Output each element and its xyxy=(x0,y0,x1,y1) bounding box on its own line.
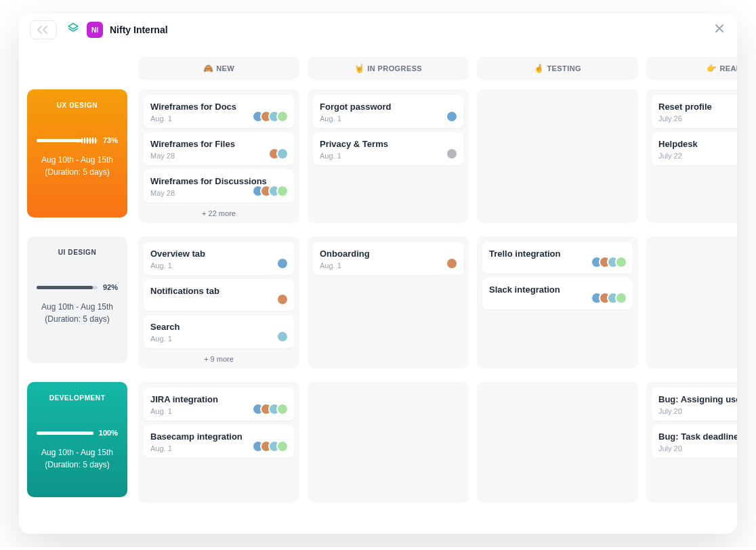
swimlane-title: DEVELOPMENT xyxy=(49,394,106,402)
progress-bar xyxy=(37,139,98,142)
progress-row: 73% xyxy=(37,136,118,144)
board-cell: Reset profile July 26 Helpdesk July 22 xyxy=(646,89,737,223)
assignees xyxy=(276,331,289,343)
task-card[interactable]: Wireframes for Docs Aug. 1 xyxy=(144,95,294,128)
assignees xyxy=(591,256,627,268)
column-header: 👉READY xyxy=(646,57,737,80)
swimlane-dates: Aug 10th - Aug 15th(Duration: 5 days) xyxy=(41,446,113,471)
board-cell xyxy=(477,382,638,503)
task-date: July 20 xyxy=(658,407,737,415)
swimlane-dates: Aug 10th - Aug 15th(Duration: 5 days) xyxy=(41,301,113,325)
column-emoji-icon: 🤘 xyxy=(354,64,364,73)
task-date: Aug. 1 xyxy=(320,114,457,123)
task-title: Forgot password xyxy=(320,102,457,112)
assignees xyxy=(446,257,458,270)
column-label: TESTING xyxy=(547,64,581,72)
task-card[interactable]: Helpdesk July 22 xyxy=(652,132,737,165)
task-title: Helpdesk xyxy=(658,139,737,149)
column-emoji-icon: 🙈 xyxy=(203,64,213,73)
column-header: 🙈NEW xyxy=(138,57,299,80)
task-card[interactable]: Overview tab Aug. 1 xyxy=(144,242,294,275)
assignees xyxy=(276,293,289,305)
close-button[interactable] xyxy=(714,23,725,37)
task-title: Privacy & Terms xyxy=(320,139,457,149)
assignees xyxy=(276,257,289,270)
assignees xyxy=(252,110,289,123)
task-date: Aug. 1 xyxy=(150,335,287,343)
swimlane-summary[interactable]: UX DESIGN 73% Aug 10th - Aug 15th(Durati… xyxy=(27,89,127,217)
column-label: IN PROGRESS xyxy=(367,64,422,72)
column-label: NEW xyxy=(216,64,234,72)
board-cell: Forgot password Aug. 1 Privacy & Terms A… xyxy=(308,89,469,223)
assignees xyxy=(252,440,289,452)
task-card[interactable]: Notifications tab xyxy=(144,279,294,311)
task-title: Bug: Assigning users xyxy=(658,394,737,404)
avatar xyxy=(615,256,627,268)
task-card[interactable]: Bug: Task deadline July 20 xyxy=(652,425,737,458)
task-card[interactable]: Bug: Assigning users July 20 xyxy=(652,387,737,421)
nav-back-group[interactable] xyxy=(30,20,57,39)
column-label: READY xyxy=(719,64,737,72)
avatar xyxy=(276,440,289,452)
assignees xyxy=(591,292,627,304)
assignees xyxy=(252,403,289,415)
task-date: Aug. 1 xyxy=(320,261,457,270)
chevrons-left-icon xyxy=(36,25,51,35)
assignees xyxy=(446,110,458,123)
board-cell xyxy=(477,89,638,223)
task-card[interactable]: Search Aug. 1 xyxy=(144,315,294,348)
task-card[interactable]: Reset profile July 26 xyxy=(652,95,737,128)
task-title: Onboarding xyxy=(320,249,457,259)
progress-fill xyxy=(37,431,93,435)
task-card[interactable]: Basecamp integration Aug. 1 xyxy=(144,425,294,458)
task-card[interactable]: Wireframes for Discussions May 28 xyxy=(144,169,294,203)
avatar xyxy=(446,110,458,123)
progress-percent: 73% xyxy=(103,136,118,144)
avatar xyxy=(276,403,289,415)
show-more-link[interactable]: + 22 more xyxy=(144,207,294,219)
task-title: Wireframes for Files xyxy=(150,139,287,149)
board-cell xyxy=(308,382,469,503)
task-card[interactable]: Slack integration xyxy=(482,278,633,310)
task-card[interactable]: Forgot password Aug. 1 xyxy=(313,95,463,128)
avatar xyxy=(276,331,289,343)
task-date: July 22 xyxy=(658,152,737,160)
avatar xyxy=(276,185,289,197)
avatar xyxy=(276,293,289,305)
task-card[interactable]: Privacy & Terms Aug. 1 xyxy=(313,132,463,165)
board-cell: JIRA integration Aug. 1 Basecamp integra… xyxy=(138,382,299,503)
task-card[interactable]: Onboarding Aug. 1 xyxy=(313,242,463,275)
avatar xyxy=(446,257,458,270)
board-cell xyxy=(646,236,737,368)
board-cell: Wireframes for Docs Aug. 1 Wireframes fo… xyxy=(138,89,299,223)
swimlane-summary[interactable]: UI DESIGN 92% Aug 10th - Aug 15th(Durati… xyxy=(27,236,127,363)
task-card[interactable]: JIRA integration Aug. 1 xyxy=(144,387,294,421)
project-badge: NI xyxy=(87,22,103,38)
task-date: May 28 xyxy=(150,152,287,160)
progress-percent: 100% xyxy=(99,429,118,437)
task-card[interactable]: Trello integration xyxy=(482,242,633,274)
task-date: July 26 xyxy=(658,114,737,123)
progress-row: 92% xyxy=(37,283,118,291)
task-title: Notifications tab xyxy=(150,286,287,296)
swimlane-summary[interactable]: DEVELOPMENT 100% Aug 10th - Aug 15th(Dur… xyxy=(27,382,127,497)
column-emoji-icon: 🤞 xyxy=(534,64,544,73)
assignees xyxy=(446,148,458,160)
task-date: Aug. 1 xyxy=(320,152,457,160)
board-cell: Trello integration Slack integration xyxy=(477,236,638,368)
avatar xyxy=(276,257,289,270)
progress-bar xyxy=(37,286,98,289)
swimlane-title: UI DESIGN xyxy=(58,249,97,256)
progress-fill xyxy=(37,139,81,142)
header: NI Nifty Internal xyxy=(19,14,737,46)
swimlane-title: UX DESIGN xyxy=(57,102,98,109)
board-cell: Onboarding Aug. 1 xyxy=(308,236,469,368)
column-header: 🤞TESTING xyxy=(477,57,638,80)
avatar xyxy=(615,292,627,304)
task-title: Overview tab xyxy=(150,249,287,259)
task-date: July 20 xyxy=(658,444,737,452)
assignees xyxy=(252,185,289,197)
show-more-link[interactable]: + 9 more xyxy=(144,352,294,364)
column-header: 🤘IN PROGRESS xyxy=(308,57,469,80)
task-card[interactable]: Wireframes for Files May 28 xyxy=(144,132,294,165)
